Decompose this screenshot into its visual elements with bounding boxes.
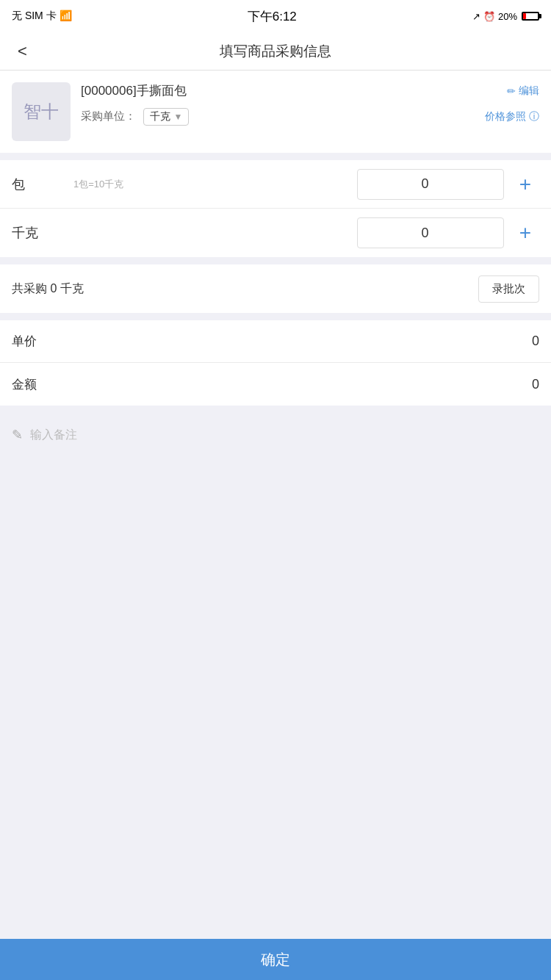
status-time: 下午6:12 bbox=[248, 8, 297, 25]
unit-value: 千克 bbox=[150, 110, 170, 123]
status-bar: 无 SIM 卡 📶 下午6:12 ↗ ⏰ 20% bbox=[0, 0, 551, 32]
location-icon: ↗ bbox=[472, 11, 480, 22]
empty-content-area bbox=[0, 457, 551, 663]
product-card: 智十 [0000006]手撕面包 ✏ 编辑 采购单位： 千克 ▼ 价格参照 ⓘ bbox=[0, 71, 551, 153]
unit-price-value: 0 bbox=[532, 334, 539, 349]
edit-label: 编辑 bbox=[519, 84, 539, 98]
amount-label: 金额 bbox=[12, 376, 37, 393]
quantity-section: 包 1包=10千克 + 千克 + bbox=[0, 160, 551, 257]
product-code: [0000006] bbox=[81, 84, 137, 98]
product-title: 手撕面包 bbox=[137, 84, 187, 98]
kg-label: 千克 bbox=[12, 224, 71, 242]
status-signal: 无 SIM 卡 📶 bbox=[12, 10, 72, 23]
product-unit-row: 采购单位： 千克 ▼ 价格参照 ⓘ bbox=[81, 108, 539, 126]
kg-row: 千克 + bbox=[0, 209, 551, 257]
product-logo: 智十 bbox=[24, 100, 59, 123]
summary-row: 共采购 0 千克 录批次 bbox=[0, 264, 551, 313]
note-section[interactable]: ✎ 输入备注 bbox=[0, 413, 551, 457]
unit-section: 采购单位： 千克 ▼ bbox=[81, 108, 189, 126]
unit-price-label: 单价 bbox=[12, 333, 37, 350]
price-reference-button[interactable]: 价格参照 ⓘ bbox=[485, 110, 539, 123]
record-batch-button[interactable]: 录批次 bbox=[478, 275, 539, 303]
unit-label: 采购单位： bbox=[81, 109, 136, 122]
amount-value: 0 bbox=[532, 377, 539, 392]
product-name: [0000006]手撕面包 bbox=[81, 82, 187, 99]
edit-button[interactable]: ✏ 编辑 bbox=[507, 84, 539, 98]
package-plus-button[interactable]: + bbox=[511, 170, 539, 198]
product-name-row: [0000006]手撕面包 ✏ 编辑 bbox=[81, 82, 539, 99]
help-icon: ⓘ bbox=[529, 110, 539, 123]
product-info: [0000006]手撕面包 ✏ 编辑 采购单位： 千克 ▼ 价格参照 ⓘ bbox=[81, 82, 539, 126]
nav-bar: < 填写商品采购信息 bbox=[0, 32, 551, 71]
price-section: 单价 0 金额 0 bbox=[0, 320, 551, 406]
unit-selector[interactable]: 千克 ▼ bbox=[143, 108, 189, 126]
unit-price-row: 单价 0 bbox=[0, 320, 551, 363]
kg-input[interactable] bbox=[357, 217, 504, 248]
chevron-down-icon: ▼ bbox=[173, 112, 182, 122]
alarm-icon: ⏰ bbox=[483, 11, 495, 22]
note-placeholder: 输入备注 bbox=[30, 428, 77, 443]
package-input[interactable] bbox=[357, 169, 504, 200]
package-label: 包 bbox=[12, 176, 71, 193]
battery-fill bbox=[523, 13, 526, 19]
price-ref-label: 价格参照 bbox=[485, 110, 526, 123]
package-sublabel: 1包=10千克 bbox=[73, 178, 123, 191]
confirm-button[interactable]: 确定 bbox=[0, 939, 551, 980]
amount-row: 金额 0 bbox=[0, 363, 551, 406]
pencil-icon: ✎ bbox=[12, 427, 23, 443]
product-image: 智十 bbox=[12, 82, 71, 141]
page-title: 填写商品采购信息 bbox=[220, 42, 331, 61]
status-right: ↗ ⏰ 20% bbox=[472, 11, 539, 22]
summary-text: 共采购 0 千克 bbox=[12, 281, 84, 297]
battery-icon bbox=[522, 12, 539, 21]
package-row: 包 1包=10千克 + bbox=[0, 160, 551, 209]
edit-icon: ✏ bbox=[507, 85, 516, 97]
battery-percent: 20% bbox=[498, 11, 517, 22]
kg-plus-button[interactable]: + bbox=[511, 219, 539, 247]
back-button[interactable]: < bbox=[12, 36, 33, 67]
